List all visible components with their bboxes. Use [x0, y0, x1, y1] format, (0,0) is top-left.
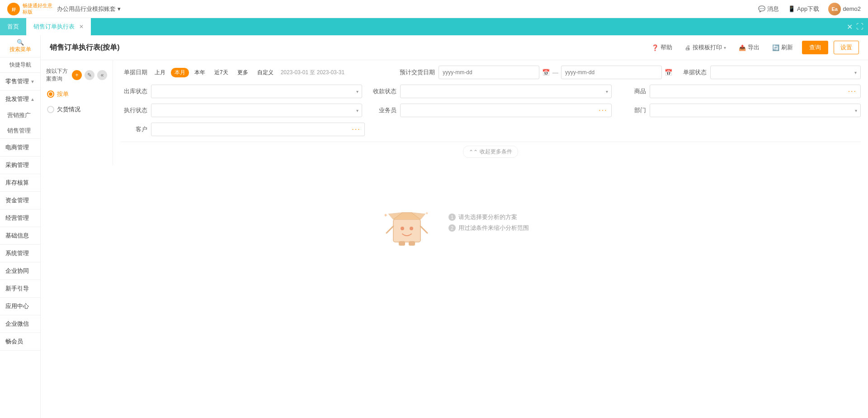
collapse-button[interactable]: ⌃⌃ 收起更多条件: [463, 146, 518, 158]
sidebar-basic-header[interactable]: 基础信息: [0, 227, 40, 244]
sidebar-member-header[interactable]: 畅会员: [0, 333, 40, 350]
sidebar-collab-header[interactable]: 企业协同: [0, 262, 40, 280]
message-button[interactable]: 💬 消息: [758, 5, 779, 13]
date-this-month-btn[interactable]: 本月: [171, 68, 189, 77]
page-content: 销售订单执行表(按单) ❓ 帮助 🖨 按模板打印 ▾ 📤 导出: [41, 35, 868, 418]
salesperson-dots-trigger[interactable]: ···: [599, 106, 607, 114]
dot-inner: [49, 92, 52, 96]
empty-state-inner: ✦ ✦ · 1 请先选择要分析的方案 2 用过滤条件来缩小分析范围: [380, 201, 529, 247]
selected-dot: [47, 90, 54, 98]
sidebar: 🔍 搜索菜单 快捷导航 零售管理 ▼ 批发管理 ▲ 营销推广 销售管理: [0, 35, 41, 418]
collapse-scheme-button[interactable]: «: [97, 70, 107, 80]
delivery-date-label: 预计交货日期: [400, 68, 435, 76]
ship-status-select-wrapper: ▾: [151, 85, 362, 98]
sidebar-item-sales-mgmt[interactable]: 销售管理: [0, 123, 40, 138]
sidebar-section-finance: 资金管理: [0, 192, 40, 209]
single-status-select[interactable]: ▾: [710, 66, 861, 79]
customer-dots-trigger[interactable]: ···: [352, 125, 360, 133]
refresh-icon: 🔄: [772, 44, 779, 51]
filter-group-customer: 客户 ···: [120, 123, 365, 136]
salesperson-input[interactable]: [404, 107, 599, 114]
export-button[interactable]: 📤 导出: [735, 42, 763, 53]
customer-label: 客户: [120, 125, 147, 133]
tab-bar-actions: ✕ ⛶: [847, 23, 868, 31]
collection-status-select[interactable]: [400, 85, 611, 98]
svg-text:好: 好: [11, 7, 16, 12]
filter-row-3: 执行状态 ▾ 业务员 ·: [120, 104, 861, 117]
delivery-date-start-input[interactable]: [439, 66, 539, 79]
customer-input[interactable]: [155, 126, 352, 133]
collection-status-select-wrapper: ▾: [400, 85, 611, 98]
sidebar-purchase-header[interactable]: 采购管理: [0, 157, 40, 174]
logo-icon: 好: [7, 3, 20, 15]
svg-point-3: [401, 227, 404, 230]
add-scheme-button[interactable]: +: [72, 70, 82, 80]
filter-form: 单据日期 上月 本月 本年 近7天 更多 自定义 2023-03-01 至 20…: [113, 60, 868, 165]
dept-select[interactable]: [650, 104, 861, 117]
filter-area: 按以下方案查询 + ✎ « 按单: [41, 60, 868, 165]
ship-status-select[interactable]: [151, 85, 362, 98]
sidebar-item-marketing[interactable]: 营销推广: [0, 108, 40, 123]
tab-sales-exec[interactable]: 销售订单执行表 ✕: [26, 18, 91, 35]
filter-group-salesperson: 业务员 ···: [369, 104, 611, 117]
calendar-start-icon[interactable]: 📅: [542, 69, 550, 76]
sidebar-ops-header[interactable]: 经营管理: [0, 209, 40, 227]
edit-scheme-button[interactable]: ✎: [85, 70, 94, 80]
settings-button[interactable]: 设置: [834, 41, 859, 54]
delivery-date-range: 📅 — 📅: [439, 66, 672, 79]
filter-scheme-byorder[interactable]: 按单: [41, 86, 113, 102]
help-button[interactable]: ❓ 帮助: [648, 42, 676, 53]
calendar-end-icon[interactable]: 📅: [665, 69, 672, 76]
svg-text:·: ·: [387, 234, 387, 238]
sidebar-retail-header[interactable]: 零售管理 ▼: [0, 73, 40, 90]
product-dots-trigger[interactable]: ···: [848, 87, 857, 95]
sidebar-search[interactable]: 🔍 搜索菜单: [0, 35, 40, 57]
filter-group-collection-status: 收款状态 ▾: [369, 85, 611, 98]
sidebar-section-member: 畅会员: [0, 333, 40, 351]
user-profile[interactable]: Ea demo2: [828, 3, 861, 15]
date-custom-btn[interactable]: 自定义: [254, 68, 277, 77]
collapse-up-icon: ⌃⌃: [469, 149, 478, 155]
date-more-btn[interactable]: 更多: [234, 68, 252, 77]
date-last-7days-btn[interactable]: 近7天: [211, 68, 232, 77]
filter-scheme-debt[interactable]: 欠货情况: [41, 102, 113, 117]
single-date-label: 单据日期: [120, 68, 147, 76]
date-this-year-btn[interactable]: 本年: [191, 68, 209, 77]
print-button[interactable]: 🖨 按模板打印 ▾: [681, 42, 730, 53]
delivery-date-end-input[interactable]: [561, 66, 662, 79]
sidebar-finance-header[interactable]: 资金管理: [0, 192, 40, 209]
filter-group-single-date: 单据日期 上月 本月 本年 近7天 更多 自定义 2023-03-01 至 20…: [120, 68, 392, 77]
sidebar-guide-header[interactable]: 新手引导: [0, 280, 40, 297]
tab-close-icon[interactable]: ✕: [79, 24, 84, 30]
sidebar-sys-header[interactable]: 系统管理: [0, 245, 40, 262]
svg-point-4: [410, 227, 413, 230]
filter-group-exec-status: 执行状态 ▾: [120, 104, 362, 117]
sidebar-section-guide: 新手引导: [0, 280, 40, 298]
svg-text:✦: ✦: [425, 211, 429, 216]
exec-status-label: 执行状态: [120, 106, 147, 114]
sidebar-ecommerce-header[interactable]: 电商管理: [0, 139, 40, 156]
page-header: 销售订单执行表(按单) ❓ 帮助 🖨 按模板打印 ▾ 📤 导出: [41, 35, 868, 60]
exec-status-select[interactable]: [151, 104, 362, 117]
logo-area[interactable]: 好 畅捷通好生意 标版: [7, 3, 52, 15]
sidebar-inventory-header[interactable]: 库存核算: [0, 174, 40, 191]
sidebar-quick-nav[interactable]: 快捷导航: [0, 57, 40, 73]
tab-expand-icon[interactable]: ⛶: [856, 23, 863, 31]
top-nav-title[interactable]: 办公用品行业模拟账套 ▾: [57, 5, 121, 13]
query-button[interactable]: 查询: [802, 41, 828, 54]
sidebar-appcenter-header[interactable]: 应用中心: [0, 298, 40, 315]
quick-date-options: 上月 本月 本年 近7天 更多 自定义 2023-03-01 至 2023-03…: [151, 68, 344, 77]
refresh-button[interactable]: 🔄 刷新: [769, 42, 797, 53]
sidebar-wechat-header[interactable]: 企业微信: [0, 315, 40, 332]
date-last-month-btn[interactable]: 上月: [151, 68, 169, 77]
tab-home[interactable]: 首页: [0, 18, 26, 35]
sidebar-wholesale-header[interactable]: 批发管理 ▲: [0, 90, 40, 108]
export-icon: 📤: [739, 44, 746, 51]
svg-line-6: [420, 226, 427, 233]
filter-row-1: 单据日期 上月 本月 本年 近7天 更多 自定义 2023-03-01 至 20…: [120, 66, 861, 79]
filter-row-2: 出库状态 ▾ 收款状态: [120, 85, 861, 98]
filter-group-delivery-date: 预计交货日期 📅 — 📅: [400, 66, 672, 79]
product-input[interactable]: [654, 88, 848, 95]
app-download-button[interactable]: 📱 App下载: [788, 5, 819, 13]
tab-close-all-icon[interactable]: ✕: [847, 23, 853, 31]
